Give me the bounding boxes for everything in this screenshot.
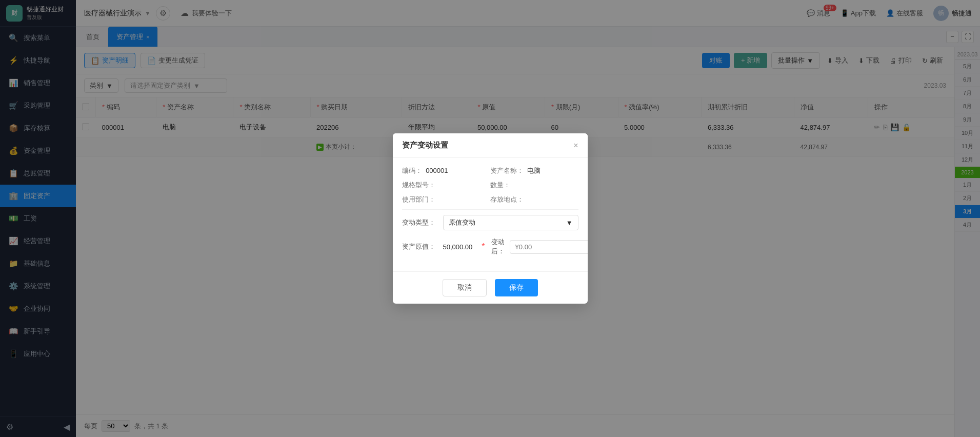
modal-value-row: 资产原值： 50,000.00 * 变动后：: [402, 237, 578, 256]
modal-footer: 取消 保存: [393, 271, 588, 304]
modal-code-cell: 编码： 000001: [402, 166, 490, 175]
change-type-value: 原值变动: [449, 218, 475, 227]
spec-label: 规格型号：: [402, 181, 435, 189]
after-value-input[interactable]: [510, 240, 588, 254]
name-label: 资产名称：: [490, 167, 524, 174]
save-button[interactable]: 保存: [495, 279, 538, 296]
modal-dept-cell: 使用部门：: [402, 195, 490, 204]
asset-change-modal: 资产变动设置 × 编码： 000001 资产名称： 电脑 规格型号：: [393, 133, 588, 304]
modal-location-cell: 存放地点：: [490, 195, 578, 204]
after-label: 变动后：: [491, 237, 505, 256]
location-label: 存放地点：: [490, 195, 524, 203]
modal-row-2: 规格型号： 数量：: [402, 181, 578, 190]
modal-body: 编码： 000001 资产名称： 电脑 规格型号： 数量：: [393, 158, 588, 271]
dept-label: 使用部门：: [402, 195, 435, 203]
change-type-label: 变动类型：: [402, 218, 443, 227]
code-value: 000001: [426, 167, 448, 174]
change-type-select[interactable]: 原值变动 ▼: [443, 215, 578, 230]
quantity-label: 数量：: [490, 181, 510, 189]
modal-name-cell: 资产名称： 电脑: [490, 166, 578, 175]
required-star-icon: *: [482, 242, 485, 251]
modal-row-3: 使用部门： 存放地点：: [402, 195, 578, 204]
modal-row-1: 编码： 000001 资产名称： 电脑: [402, 166, 578, 175]
modal-spec-cell: 规格型号：: [402, 181, 490, 190]
select-arrow-icon: ▼: [566, 219, 573, 227]
modal-divider: [402, 209, 578, 210]
modal-change-type-row: 变动类型： 原值变动 ▼: [402, 215, 578, 230]
modal-header: 资产变动设置 ×: [393, 133, 588, 158]
original-value-label: 资产原值：: [402, 242, 443, 251]
modal-overlay: 资产变动设置 × 编码： 000001 资产名称： 电脑 规格型号：: [0, 0, 980, 437]
modal-quantity-cell: 数量：: [490, 181, 578, 190]
original-value-static: 50,000.00: [443, 243, 473, 251]
code-label: 编码：: [402, 167, 422, 174]
name-value: 电脑: [527, 167, 541, 174]
modal-title: 资产变动设置: [402, 141, 448, 150]
modal-input-group: 50,000.00 * 变动后：: [443, 237, 588, 256]
modal-close-button[interactable]: ×: [573, 141, 578, 150]
cancel-button[interactable]: 取消: [443, 279, 487, 296]
